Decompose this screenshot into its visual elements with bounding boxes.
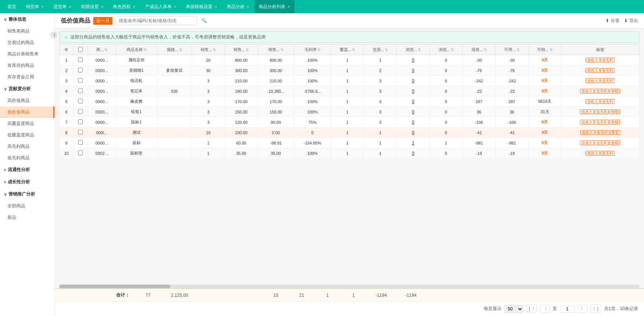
col-settings[interactable]: ⚙: [60, 45, 74, 55]
browse-link[interactable]: 0: [412, 68, 415, 73]
browse-link[interactable]: 0: [412, 78, 415, 84]
sidebar-collapse-button[interactable]: 《: [50, 32, 57, 38]
nav-role-auth[interactable]: 角色授权 ×: [108, 0, 140, 13]
nav-product-storage[interactable]: 产成品入库单 ×: [141, 0, 181, 13]
col-name[interactable]: 商品名称⇅: [116, 45, 157, 55]
sidebar-item-inventory-capital[interactable]: 库存资金占用: [0, 71, 54, 83]
col-sales-amount2[interactable]: 销售...⇅: [258, 45, 294, 55]
sidebar-section-marketing[interactable]: ∨ 营销推广分析: [0, 188, 54, 200]
last-page-button[interactable]: 〉|: [590, 305, 601, 313]
browse-link[interactable]: 0: [412, 99, 415, 104]
sidebar-section-circulation[interactable]: > 流通性分析: [0, 164, 54, 176]
row-browse1[interactable]: 0: [397, 96, 430, 107]
share-button[interactable]: ⬆ 分享: [606, 18, 620, 24]
row-checkbox[interactable]: [78, 140, 83, 145]
row-checkbox[interactable]: [78, 99, 83, 103]
col-code[interactable]: 商...⇅: [88, 45, 116, 55]
row-browse1[interactable]: 0: [397, 117, 430, 128]
sidebar-item-traded-goods[interactable]: 交易过的商品: [0, 37, 54, 48]
row-checkbox-cell[interactable]: [73, 138, 88, 148]
row-checkbox-cell[interactable]: [73, 65, 88, 76]
sidebar-item-high-margin[interactable]: 高毛利商品: [0, 141, 54, 152]
time-range-button[interactable]: 近一月: [93, 17, 113, 25]
browse-link[interactable]: 0: [412, 58, 415, 63]
col-coverage[interactable]: 覆盖...⇅: [331, 45, 364, 55]
sidebar-item-low-value[interactable]: 低价值商品: [0, 106, 54, 118]
row-checkbox-cell[interactable]: [73, 86, 88, 96]
search-icon[interactable]: 🔍: [201, 18, 207, 23]
row-checkbox[interactable]: [78, 109, 83, 114]
row-checkbox[interactable]: [78, 68, 83, 72]
sidebar-section-contribution[interactable]: ∨ 贡献度分析: [0, 83, 54, 95]
col-sales-amount1[interactable]: 销售...⇅: [225, 45, 258, 55]
col-stock[interactable]: 现有...⇅: [463, 45, 496, 55]
row-browse1[interactable]: 0: [397, 55, 430, 65]
sidebar-item-low-margin[interactable]: 低毛利商品: [0, 152, 54, 164]
nav-sales-order[interactable]: 销货单 ×: [21, 0, 48, 13]
close-icon[interactable]: ×: [174, 4, 176, 9]
nav-product-analysis-list[interactable]: 商品分析列表 ×: [254, 0, 294, 13]
close-icon[interactable]: ×: [215, 4, 217, 9]
sidebar-section-growth[interactable]: > 成长性分析: [0, 176, 54, 188]
row-browse1[interactable]: 0: [397, 148, 430, 159]
row-checkbox-cell[interactable]: [73, 96, 88, 107]
col-sales-qty[interactable]: 销售...⇅: [192, 45, 225, 55]
row-checkbox[interactable]: [78, 150, 83, 155]
col-checkbox[interactable]: [73, 45, 88, 55]
row-browse1[interactable]: 1: [397, 138, 430, 148]
browse-link[interactable]: 0: [412, 109, 415, 115]
sidebar-item-high-value[interactable]: 高价值商品: [0, 95, 54, 106]
row-checkbox-cell[interactable]: [73, 107, 88, 117]
sidebar-item-low-coverage[interactable]: 低覆盖度商品: [0, 129, 54, 141]
col-profit-rate[interactable]: 毛利率⇅: [294, 45, 331, 55]
row-checkbox-cell[interactable]: [73, 76, 88, 86]
sidebar-section-overall[interactable]: ∨ 整体信息: [0, 13, 54, 26]
first-page-button[interactable]: |〈: [526, 305, 537, 313]
col-browse1[interactable]: 浏览...⇅: [397, 45, 430, 55]
nav-doc-template[interactable]: 单据模板设置 ×: [181, 0, 221, 13]
browse-link[interactable]: 0: [412, 120, 415, 125]
nav-product-analysis[interactable]: 商品分析 ×: [222, 0, 254, 13]
row-browse1[interactable]: 0: [397, 107, 430, 117]
row-checkbox-cell[interactable]: [73, 148, 88, 159]
sidebar-item-category-sales-rate[interactable]: 商品分类销售率: [0, 48, 54, 60]
export-button[interactable]: ⬇ 导出: [624, 18, 638, 24]
next-page-button[interactable]: 〉: [578, 305, 587, 313]
browse-link[interactable]: 0: [412, 130, 415, 135]
row-checkbox[interactable]: [78, 130, 83, 135]
browse-link[interactable]: 0: [412, 89, 415, 94]
close-icon[interactable]: ×: [247, 4, 249, 9]
nav-home[interactable]: 首页: [3, 0, 21, 13]
col-spec[interactable]: 规格...⇅: [157, 45, 192, 55]
col-browse2[interactable]: 浏览...⇅: [430, 45, 463, 55]
sidebar-item-new-goods[interactable]: 新品: [0, 212, 54, 223]
prev-page-button[interactable]: 〈: [540, 305, 550, 313]
close-icon[interactable]: ×: [41, 4, 44, 9]
browse-link[interactable]: 0: [412, 151, 415, 156]
search-input[interactable]: [115, 16, 197, 25]
browse-link[interactable]: 1: [412, 140, 415, 146]
row-checkbox-cell[interactable]: [73, 55, 88, 65]
sidebar-item-all-goods[interactable]: 全部商品: [0, 200, 54, 212]
nav-purchase-order[interactable]: 进货单 ×: [49, 0, 76, 13]
select-all-checkbox[interactable]: [78, 47, 83, 52]
nav-permission[interactable]: 权限设置 ×: [77, 0, 108, 13]
horizontal-scrollbar[interactable]: [59, 285, 640, 288]
row-checkbox-cell[interactable]: [73, 128, 88, 138]
row-browse1[interactable]: 0: [397, 128, 430, 138]
row-checkbox[interactable]: [78, 88, 83, 93]
col-sellable[interactable]: 可销...⇅: [528, 45, 561, 55]
col-trade[interactable]: 交易...⇅: [364, 45, 397, 55]
row-checkbox[interactable]: [78, 119, 83, 124]
close-icon[interactable]: ×: [101, 4, 103, 9]
sidebar-item-sales-goods[interactable]: 销售类商品: [0, 26, 54, 37]
row-browse1[interactable]: 0: [397, 86, 430, 96]
row-checkbox[interactable]: [78, 78, 83, 83]
row-browse1[interactable]: 0: [397, 76, 430, 86]
per-page-select[interactable]: 50 100 200: [504, 305, 523, 313]
col-usable[interactable]: 可用...⇅: [496, 45, 529, 55]
close-icon[interactable]: ×: [69, 4, 71, 9]
row-checkbox-cell[interactable]: [73, 117, 88, 128]
row-browse1[interactable]: 0: [397, 65, 430, 76]
close-icon[interactable]: ×: [133, 4, 135, 9]
